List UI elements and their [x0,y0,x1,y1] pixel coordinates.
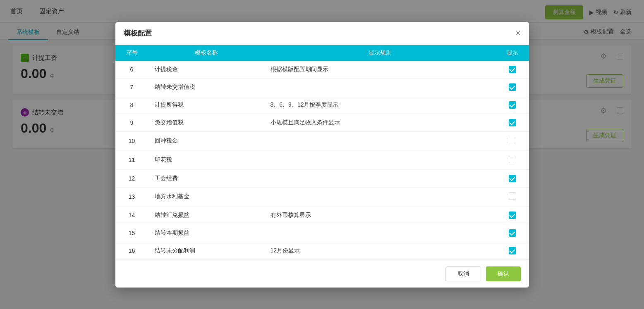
cell-display [496,169,529,187]
checkbox-9[interactable] [509,119,516,126]
table-row: 9免交增值税小规模且满足收入条件显示 [115,114,529,131]
table-row: 7结转未交增值税 [115,78,529,96]
cell-display [496,114,529,131]
table-row: 13地方水利基金 [115,187,529,206]
cell-display [496,224,529,242]
checkbox-8[interactable] [509,101,516,109]
cell-id: 15 [115,224,148,242]
checkbox-16[interactable] [509,247,516,254]
col-header-display: 显示 [496,45,529,61]
cell-display [496,61,529,78]
cancel-button[interactable]: 取消 [445,266,481,281]
modal-overlay: 模板配置 × 序号 模板名称 显示规则 显示 6计提税金根据模版配置期间显示7结… [0,0,644,309]
cell-name: 地方水利基金 [148,187,264,206]
checkbox-6[interactable] [509,66,516,73]
cell-rule [264,169,496,187]
cell-rule: 12月份显示 [264,242,496,259]
cell-name: 印花税 [148,150,264,169]
cell-display [496,150,529,169]
cell-rule [264,150,496,169]
cell-rule [264,131,496,150]
table-row: 6计提税金根据模版配置期间显示 [115,61,529,78]
cell-display [496,131,529,150]
table-row: 15结转本期损益 [115,224,529,242]
cell-name: 结转汇兑损益 [148,206,264,224]
col-header-rule: 显示规则 [264,45,496,61]
cell-rule: 有外币核算显示 [264,206,496,224]
table-row: 10回冲税金 [115,131,529,150]
cell-name: 回冲税金 [148,131,264,150]
cell-rule [264,78,496,96]
cell-display [496,242,529,259]
cell-display [496,78,529,96]
checkbox-15[interactable] [509,229,516,237]
cell-name: 计提所得税 [148,96,264,114]
table-row: 11印花税 [115,150,529,169]
cell-display [496,187,529,206]
col-header-name: 模板名称 [148,45,264,61]
modal-body: 序号 模板名称 显示规则 显示 6计提税金根据模版配置期间显示7结转未交增值税8… [115,45,529,260]
modal-title: 模板配置 [124,29,152,38]
table-row: 14结转汇兑损益有外币核算显示 [115,206,529,224]
table-row: 8计提所得税3、6、9、12月按季度显示 [115,96,529,114]
col-header-id: 序号 [115,45,148,61]
table-header-row: 序号 模板名称 显示规则 显示 [115,45,529,61]
cell-id: 8 [115,96,148,114]
modal-header: 模板配置 × [115,22,529,45]
modal-table: 序号 模板名称 显示规则 显示 6计提税金根据模版配置期间显示7结转未交增值税8… [115,45,529,260]
cell-name: 结转本期损益 [148,224,264,242]
modal-close-button[interactable]: × [516,29,521,37]
cell-display [496,96,529,114]
checkbox-12[interactable] [509,175,516,182]
cell-display [496,206,529,224]
cell-id: 11 [115,150,148,169]
cell-id: 9 [115,114,148,131]
table-row: 16结转未分配利润12月份显示 [115,242,529,259]
confirm-button[interactable]: 确认 [486,266,521,281]
cell-rule [264,224,496,242]
checkbox-10[interactable] [509,137,516,144]
cell-id: 7 [115,78,148,96]
checkbox-13[interactable] [509,193,516,200]
cell-id: 16 [115,242,148,259]
cell-rule: 3、6、9、12月按季度显示 [264,96,496,114]
modal-footer: 取消 确认 [115,260,529,288]
checkbox-11[interactable] [509,156,516,163]
cell-name: 工会经费 [148,169,264,187]
cell-name: 免交增值税 [148,114,264,131]
cell-id: 14 [115,206,148,224]
checkbox-14[interactable] [509,212,516,219]
cell-rule: 根据模版配置期间显示 [264,61,496,78]
cell-rule: 小规模且满足收入条件显示 [264,114,496,131]
table-row: 12工会经费 [115,169,529,187]
cell-id: 13 [115,187,148,206]
checkbox-7[interactable] [509,83,516,91]
cell-name: 结转未交增值税 [148,78,264,96]
cell-name: 结转未分配利润 [148,242,264,259]
modal: 模板配置 × 序号 模板名称 显示规则 显示 6计提税金根据模版配置期间显示7结… [115,22,529,288]
cell-id: 10 [115,131,148,150]
cell-id: 6 [115,61,148,78]
cell-name: 计提税金 [148,61,264,78]
cell-id: 12 [115,169,148,187]
cell-rule [264,187,496,206]
